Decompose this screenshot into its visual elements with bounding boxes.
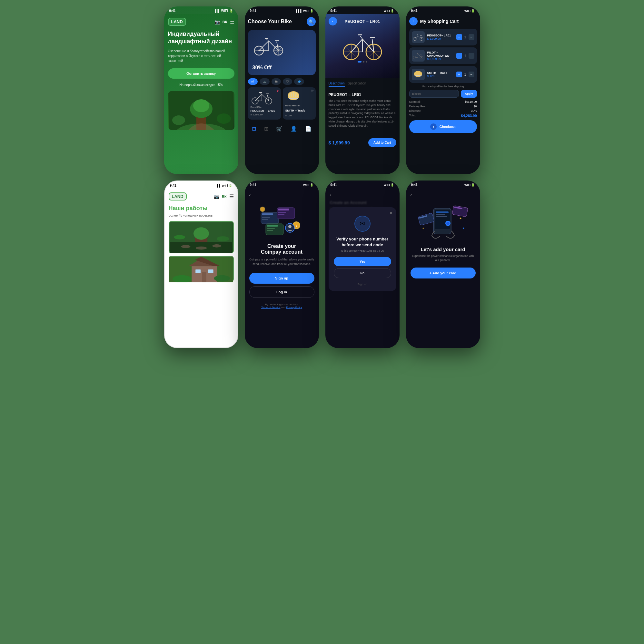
- cart-helmet-svg: [413, 70, 424, 79]
- bike-list-title: Choose Your Bike: [248, 19, 292, 24]
- heart-1[interactable]: ♥: [277, 89, 279, 93]
- filter-helmet[interactable]: 🧢: [294, 78, 304, 85]
- row-2: 9:41 ▌▌ WiFi 🔋 LAND 📷 ВК ☰ Наши работы Б…: [6, 181, 638, 348]
- bike-hero-card[interactable]: 30% Off: [248, 30, 316, 75]
- filter-shield[interactable]: 🛡: [283, 78, 292, 85]
- back-btn-4[interactable]: ‹: [409, 17, 418, 25]
- nav-user[interactable]: 👤: [290, 126, 297, 132]
- cart-item-1-img: [412, 31, 425, 43]
- back-btn-8[interactable]: ‹: [411, 192, 476, 198]
- add-to-cart-btn[interactable]: Add to Cart: [368, 138, 396, 147]
- back-btn-7[interactable]: ‹: [330, 192, 395, 198]
- phone-add-card: 9:41 WiFi 🔋 ‹: [406, 181, 480, 348]
- status-bar-2: 9:41 ▌▌▌ WiFi 🔋: [245, 6, 319, 14]
- bike-badge: 30% Off: [252, 65, 272, 71]
- cart-item-1: PEUGEOT– LR01 $ 1,999.99 + 1 −: [409, 29, 477, 45]
- bike-card-2[interactable]: ♡ Road Helmet SMITH – Trade $ 120: [283, 87, 316, 120]
- svg-rect-128: [436, 216, 447, 217]
- vk-icon[interactable]: ВК: [222, 20, 227, 24]
- phone5-nav: 📷 ВК ☰: [214, 193, 234, 200]
- time-2: 9:41: [250, 9, 256, 13]
- terms-link[interactable]: Terms of Service: [261, 306, 280, 309]
- cart-item-3-info: SMITH – Trade $ 120: [427, 71, 454, 78]
- cart-bike-1-svg: [413, 33, 424, 42]
- verify-yes-btn[interactable]: Yes: [334, 257, 391, 266]
- menu-icon[interactable]: ☰: [230, 19, 234, 25]
- modal-close-btn[interactable]: ×: [390, 210, 392, 216]
- svg-rect-39: [288, 98, 298, 99]
- menu-icon-5[interactable]: ☰: [229, 193, 234, 200]
- apply-button[interactable]: Apply: [461, 90, 477, 98]
- nav-home[interactable]: ⊟: [252, 126, 256, 132]
- status-icons-2: ▌▌▌ WiFi 🔋: [296, 9, 313, 13]
- svg-point-123: [288, 225, 291, 228]
- project-img-1[interactable]: [169, 221, 234, 253]
- nav-doc[interactable]: 📄: [305, 126, 311, 132]
- svg-rect-110: [278, 209, 289, 210]
- back-btn-3[interactable]: ‹: [329, 17, 337, 25]
- svg-rect-111: [278, 212, 286, 213]
- product-detail-name: PEUGEOT – LR01: [329, 93, 396, 97]
- nav-cart[interactable]: 🛒: [276, 126, 282, 132]
- heart-2[interactable]: ♡: [311, 89, 314, 93]
- svg-rect-112: [278, 214, 284, 215]
- svg-line-57: [351, 39, 363, 52]
- privacy-link[interactable]: Privacy Policy: [286, 306, 302, 309]
- bike2-price: $ 120: [285, 114, 292, 117]
- bike-card-1[interactable]: ♥ Road Bike PEUGEOT – LR01: [248, 87, 281, 120]
- bg-create-title: Create an Account: [330, 200, 395, 205]
- row-1: 9:41 ▌▌ WiFi 🔋 LAND 📷 ВК ☰ Индивидуальны…: [6, 6, 638, 174]
- logo-5: LAND: [169, 192, 187, 200]
- svg-rect-86: [415, 75, 422, 76]
- total-value: $4,283.99: [461, 114, 477, 118]
- cart-item-3-price: $ 120: [427, 74, 454, 78]
- bottom-nav-2: ⊟ ⊞ 🛒 👤 📄: [248, 123, 316, 132]
- filter-all[interactable]: All: [248, 78, 258, 85]
- tab-specification[interactable]: Specification: [348, 82, 366, 87]
- qty-minus-3[interactable]: −: [469, 72, 474, 77]
- nav-map[interactable]: ⊞: [264, 126, 268, 132]
- time-3: 9:41: [331, 9, 337, 13]
- verify-modal: × ✉ Verify your phone number before we s…: [329, 207, 396, 291]
- cta-button-1[interactable]: Оставить заявку: [168, 68, 234, 79]
- add-card-button[interactable]: + Add your card: [411, 268, 476, 278]
- verify-no-btn[interactable]: No: [334, 268, 391, 278]
- logo-1: LAND: [168, 18, 186, 26]
- time-1: 9:41: [169, 9, 176, 13]
- filter-mountain[interactable]: 🏔: [271, 78, 281, 85]
- cart-item-1-name: PEUGEOT– LR01: [427, 34, 454, 37]
- coinpay-signup-btn[interactable]: Sign up: [249, 273, 314, 284]
- svg-point-130: [446, 222, 450, 225]
- helmet-svg: [285, 90, 301, 103]
- bike1-type: Road Bike: [250, 106, 278, 109]
- qty-minus-2[interactable]: −: [469, 53, 474, 59]
- phone3-content: ‹ PEUGEOT – LR01: [326, 14, 400, 150]
- cart-item-2-controls: + 1 −: [456, 53, 474, 59]
- coin-illustration: $: [259, 203, 304, 238]
- add-card-svg: ✦ ✦ ✦: [417, 200, 469, 242]
- coinpay-login-btn[interactable]: Log in: [249, 286, 314, 298]
- subtotal-label: Subtotal:: [409, 100, 421, 103]
- coupon-input[interactable]: [409, 90, 459, 98]
- phone4-content: ‹ My Shopping Cart: [406, 14, 480, 136]
- time-6: 9:41: [250, 183, 256, 187]
- project-img-2[interactable]: [169, 256, 234, 282]
- qty-plus-2[interactable]: +: [456, 53, 462, 59]
- bike-grid: ♥ Road Bike PEUGEOT – LR01: [248, 87, 316, 120]
- time-4: 9:41: [411, 9, 418, 13]
- instagram-icon-5[interactable]: 📷: [214, 194, 219, 199]
- back-btn-6[interactable]: ‹: [249, 192, 251, 198]
- qty-plus-1[interactable]: +: [456, 34, 462, 40]
- status-bar-7: 9:41 WiFi 🔋: [326, 181, 400, 188]
- phone8-content: ‹: [406, 188, 480, 283]
- svg-point-92: [195, 247, 207, 250]
- verify-envelope-icon: ✉: [355, 216, 371, 232]
- search-button-2[interactable]: 🔍: [307, 17, 316, 26]
- qty-plus-3[interactable]: +: [456, 72, 462, 77]
- qty-minus-1[interactable]: −: [469, 34, 474, 40]
- tab-description[interactable]: Description: [329, 82, 345, 87]
- vk-icon-5[interactable]: ВК: [222, 195, 227, 199]
- checkout-button[interactable]: › Checkout: [409, 120, 477, 133]
- filter-bike[interactable]: 🚲: [259, 78, 269, 85]
- instagram-icon[interactable]: 📷: [214, 19, 220, 24]
